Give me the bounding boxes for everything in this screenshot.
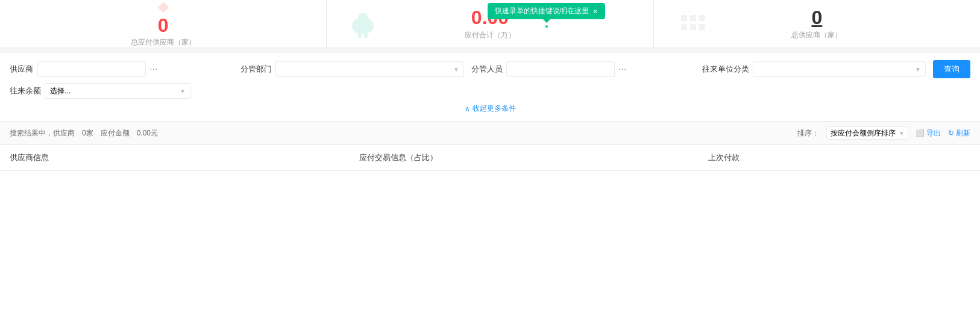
- refresh-label: 刷新: [956, 128, 970, 138]
- filter-supplier: 供应商 ···: [10, 61, 233, 77]
- svg-rect-4: [364, 33, 368, 38]
- sort-label: 排序：: [797, 128, 819, 138]
- export-icon: ⬜: [916, 129, 925, 137]
- tooltip-close-btn[interactable]: ×: [592, 7, 597, 16]
- tooltip-bubble: 快速录单的快捷键说明在这里 ×: [488, 3, 605, 19]
- stat-payable-total-label: 应付合计（万）: [465, 30, 515, 40]
- tooltip-text: 快速录单的快捷键说明在这里: [495, 6, 589, 16]
- stats-bar: 0 总应付供应商（家） 0.00 应付合计（万） 快速录单的快捷键说明在这里 ×: [0, 0, 980, 48]
- department-select[interactable]: [275, 61, 464, 77]
- person-dots-btn[interactable]: ···: [618, 64, 626, 74]
- filter-bar: 供应商 ··· 分管部门 ▼ 分管人员 ··· 往来单位分类: [0, 53, 980, 122]
- tooltip-dot: [544, 24, 549, 29]
- svg-rect-5: [681, 15, 687, 21]
- export-label: 导出: [926, 128, 941, 138]
- filter-balance: 往来余额 选择... ▼: [10, 83, 190, 99]
- unit-class-label: 往来单位分类: [702, 64, 749, 75]
- supplier-input[interactable]: [37, 61, 146, 77]
- svg-rect-9: [690, 24, 696, 30]
- balance-select[interactable]: 选择...: [45, 83, 190, 99]
- stat-suppliers-number: 0: [811, 7, 822, 28]
- col-supplier-header: 供应商信息: [10, 152, 359, 163]
- stat-suppliers-label: 总供应商（家）: [791, 30, 842, 40]
- collapse-up-icon: ∧: [465, 105, 470, 113]
- svg-rect-3: [358, 33, 362, 38]
- filter-unit-class: 往来单位分类 ▼: [702, 61, 926, 77]
- diamond-icon: [151, 0, 175, 15]
- supplier-label: 供应商: [10, 64, 34, 75]
- svg-rect-8: [681, 24, 687, 30]
- supplier-count: 0家: [82, 128, 93, 138]
- grid-icon: [678, 12, 708, 36]
- filter-row-2: 往来余额 选择... ▼: [10, 83, 970, 99]
- export-button[interactable]: ⬜ 导出: [916, 128, 941, 138]
- results-info: 搜索结果中，供应商 0家 应付金额 0.00元: [10, 128, 158, 138]
- svg-point-2: [358, 13, 368, 22]
- collapse-btn-label: 收起更多条件: [473, 104, 516, 114]
- stat-total-suppliers: 0 总供应商（家）: [654, 0, 980, 48]
- search-result-label: 搜索结果中，供应商: [10, 128, 75, 138]
- balance-select-wrapper: 选择... ▼: [45, 83, 190, 99]
- amount-value: 0.00元: [137, 128, 158, 138]
- person-label: 分管人员: [471, 64, 503, 75]
- collapse-row: ∧ 收起更多条件: [10, 104, 970, 114]
- svg-rect-0: [158, 2, 169, 13]
- svg-rect-10: [699, 24, 705, 30]
- unit-class-select-wrapper: ▼: [753, 61, 926, 77]
- table-header: 供应商信息 应付交易信息（占比） 上次付款: [0, 145, 980, 171]
- sort-select[interactable]: 按应付会额倒序排序: [826, 126, 908, 140]
- unit-class-select[interactable]: [753, 61, 926, 77]
- department-label: 分管部门: [240, 64, 272, 75]
- col-transaction-header: 应付交易信息（占比）: [359, 152, 709, 163]
- filter-department: 分管部门 ▼: [240, 61, 464, 77]
- svg-rect-6: [690, 15, 696, 21]
- table-body: [0, 171, 980, 310]
- results-actions: 排序： 按应付会额倒序排序 ▼ ⬜ 导出 ↻ 刷新: [797, 126, 970, 140]
- piggybank-icon: [345, 9, 381, 39]
- refresh-icon: ↻: [948, 129, 954, 137]
- results-bar: 搜索结果中，供应商 0家 应付金额 0.00元 排序： 按应付会额倒序排序 ▼ …: [0, 122, 980, 145]
- person-input[interactable]: [506, 61, 615, 77]
- amount-label: 应付金额: [101, 128, 130, 138]
- sort-wrapper: 按应付会额倒序排序 ▼: [826, 126, 908, 140]
- stat-payable-label: 总应付供应商（家）: [131, 37, 196, 48]
- filter-row-1: 供应商 ··· 分管部门 ▼ 分管人员 ··· 往来单位分类: [10, 60, 970, 78]
- stat-payable-total: 0.00 应付合计（万） 快速录单的快捷键说明在这里 ×: [327, 0, 653, 48]
- search-button[interactable]: 查询: [933, 60, 970, 78]
- supplier-dots-btn[interactable]: ···: [149, 64, 157, 74]
- col-payment-header: 上次付款: [708, 152, 970, 163]
- balance-label: 往来余额: [10, 85, 41, 96]
- svg-rect-7: [699, 15, 705, 21]
- filter-person: 分管人员 ···: [471, 61, 695, 77]
- collapse-btn[interactable]: ∧ 收起更多条件: [465, 104, 516, 114]
- stat-total-payable-suppliers: 0 总应付供应商（家）: [0, 0, 327, 48]
- department-select-wrapper: ▼: [275, 61, 464, 77]
- stat-payable-number: 0: [158, 15, 169, 36]
- refresh-button[interactable]: ↻ 刷新: [948, 128, 970, 138]
